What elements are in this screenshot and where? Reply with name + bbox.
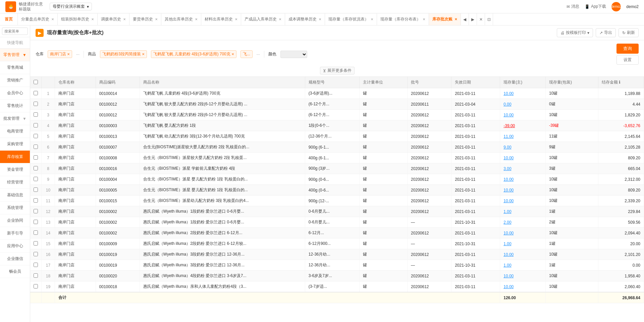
row-check-6[interactable] xyxy=(30,142,42,153)
sidebar-item-wholesale[interactable]: 批发管理 ▼ xyxy=(0,112,30,125)
filter-dots-2[interactable]: ··· xyxy=(257,52,260,57)
sidebar-item-guide[interactable]: 新手引导 xyxy=(0,227,30,240)
product-tag-2[interactable]: 飞鹤星飞帆 儿童奶粉 4段(3-6岁适用) 700克 ✕ xyxy=(151,50,236,58)
row-checkbox-3[interactable] xyxy=(34,112,38,117)
sidebar-item-purchase[interactable]: 采购管理 xyxy=(0,138,30,151)
row-qty-main-9[interactable]: 10.00 xyxy=(500,174,546,185)
row-checkbox-6[interactable] xyxy=(34,145,38,149)
sidebar-item-member-center[interactable]: 会员中心 xyxy=(0,87,30,100)
sidebar-item-app-center[interactable]: 应用中心 xyxy=(0,240,30,253)
row-check-19[interactable] xyxy=(30,281,42,292)
row-check-4[interactable] xyxy=(30,120,42,131)
sidebar-item-retail-mall[interactable]: 零售商城 xyxy=(0,61,30,74)
sidebar-item-marketing[interactable]: 营销推广 xyxy=(0,74,30,87)
product-tag-2-close[interactable]: ✕ xyxy=(231,52,234,56)
row-checkbox-18[interactable] xyxy=(34,273,38,278)
tab-9[interactable]: 现存量（库存状况表） ✕ xyxy=(325,13,377,25)
warehouse-close-icon[interactable]: ✕ xyxy=(67,52,70,56)
row-check-15[interactable] xyxy=(30,238,42,249)
product-tag-more[interactable]: 飞... xyxy=(240,50,253,58)
row-checkbox-13[interactable] xyxy=(34,220,38,224)
sidebar-item-inventory[interactable]: 库存核算 xyxy=(0,151,30,163)
row-qty-main-6[interactable]: 9.00 xyxy=(500,142,546,153)
row-qty-main-11[interactable]: 10.00 xyxy=(500,196,546,206)
row-qty-main-15[interactable]: 1.00 xyxy=(500,238,546,249)
org-selector[interactable]: 母婴行业演示账套 ▾ xyxy=(50,3,92,10)
sidebar-item-retail-management[interactable]: 零售管理 ▼ xyxy=(0,49,30,61)
row-qty-main-13[interactable]: 2.00 xyxy=(500,217,546,228)
tab-nav-close-all[interactable]: ✕ xyxy=(477,13,485,25)
row-check-8[interactable] xyxy=(30,163,42,174)
sidebar-item-wechat[interactable]: 企业微信 xyxy=(0,253,30,265)
row-qty-main-14[interactable]: 10.00 xyxy=(500,228,546,238)
tab-7[interactable]: 产成品入库单历史 ✕ xyxy=(241,13,285,25)
filter-dots-1[interactable]: ··· xyxy=(76,52,79,57)
th-check[interactable] xyxy=(30,77,42,88)
tab-nav-left[interactable]: ◀ xyxy=(461,13,469,25)
user-avatar[interactable]: demo2 xyxy=(611,2,621,11)
tab-2[interactable]: 组装拆卸单历史 ✕ xyxy=(58,13,98,25)
tab-8[interactable]: 成本调整单历史 ✕ xyxy=(285,13,325,25)
row-qty-main-3[interactable]: 10.00 xyxy=(500,110,546,120)
row-checkbox-4[interactable] xyxy=(34,123,38,127)
row-check-5[interactable] xyxy=(30,131,42,142)
sidebar-item-retail-stats[interactable]: 零售统计 xyxy=(0,100,30,112)
row-checkbox-1[interactable] xyxy=(34,91,38,95)
refresh-btn[interactable]: ↻ 刷新 xyxy=(619,28,639,37)
row-check-2[interactable] xyxy=(30,99,42,110)
row-checkbox-11[interactable] xyxy=(34,198,38,203)
row-checkbox-10[interactable] xyxy=(34,187,38,192)
product-tag-1[interactable]: 飞鹤奶粉3段丙简撞装 ✕ xyxy=(100,50,147,58)
tab-4-close[interactable]: ✕ xyxy=(155,17,158,21)
row-qty-main-8[interactable]: 3.00 xyxy=(500,163,546,174)
tab-1[interactable]: 分量盘点单历史 ✕ xyxy=(18,13,58,25)
print-btn[interactable]: 🖨 按模板打印 ▾ xyxy=(557,28,593,37)
row-checkbox-12[interactable] xyxy=(34,209,38,213)
row-checkbox-8[interactable] xyxy=(34,166,38,170)
select-all-checkbox[interactable] xyxy=(34,80,38,84)
sidebar-item-finance[interactable]: 资金管理 xyxy=(0,163,30,176)
sidebar-item-management[interactable]: 经营管理 xyxy=(0,176,30,189)
tab-5-close[interactable]: ✕ xyxy=(195,17,198,21)
row-check-1[interactable] xyxy=(30,88,42,99)
row-qty-main-7[interactable]: 10.00 xyxy=(500,153,546,163)
row-checkbox-16[interactable] xyxy=(34,252,38,256)
row-check-11[interactable] xyxy=(30,196,42,206)
row-qty-main-2[interactable]: 0.00 xyxy=(500,99,546,110)
row-check-16[interactable] xyxy=(30,249,42,260)
expand-conditions-btn[interactable]: ⊻ 展开更多条件 xyxy=(320,67,355,74)
tab-2-close[interactable]: ✕ xyxy=(91,17,94,21)
row-check-13[interactable] xyxy=(30,217,42,228)
tab-active-close[interactable]: ✕ xyxy=(454,17,457,21)
tab-6[interactable]: 材料出库单历史 ✕ xyxy=(201,13,241,25)
row-qty-main-19[interactable]: 10.00 xyxy=(500,281,546,292)
sidebar-item-ecommerce[interactable]: 电商管理 xyxy=(0,125,30,138)
row-checkbox-19[interactable] xyxy=(34,284,38,288)
tab-8-close[interactable]: ✕ xyxy=(319,17,321,21)
tab-4[interactable]: 要货单历史 ✕ xyxy=(129,13,161,25)
row-qty-main-17[interactable]: 1.00 xyxy=(500,260,546,271)
tab-7-close[interactable]: ✕ xyxy=(279,17,281,21)
query-button[interactable]: 查询 xyxy=(616,44,639,54)
row-qty-main-5[interactable]: 11.00 xyxy=(500,131,546,142)
row-check-17[interactable] xyxy=(30,260,42,271)
tab-active[interactable]: 库存批次账 ✕ xyxy=(429,13,461,25)
row-check-9[interactable] xyxy=(30,174,42,185)
tab-9-close[interactable]: ✕ xyxy=(371,17,373,21)
row-check-3[interactable] xyxy=(30,110,42,120)
row-check-18[interactable] xyxy=(30,271,42,281)
product-tag-1-close[interactable]: ✕ xyxy=(142,52,145,56)
tab-6-close[interactable]: ✕ xyxy=(235,17,237,21)
row-check-10[interactable] xyxy=(30,185,42,196)
settings-button[interactable]: 设置 xyxy=(616,55,639,65)
tab-10[interactable]: 现存量（库存分布表） ✕ xyxy=(377,13,429,25)
row-checkbox-2[interactable] xyxy=(34,102,38,106)
tab-3-close[interactable]: ✕ xyxy=(123,17,126,21)
tab-1-close[interactable]: ✕ xyxy=(51,17,54,21)
row-qty-main-18[interactable]: 10.00 xyxy=(500,271,546,281)
sidebar-item-member[interactable]: 畅会员 xyxy=(0,265,30,278)
row-qty-main-12[interactable]: 1.00 xyxy=(500,206,546,217)
row-qty-main-4[interactable]: -39.00 xyxy=(500,120,546,131)
row-checkbox-7[interactable] xyxy=(34,155,38,160)
sidebar-item-system[interactable]: 系统管理 xyxy=(0,202,30,214)
